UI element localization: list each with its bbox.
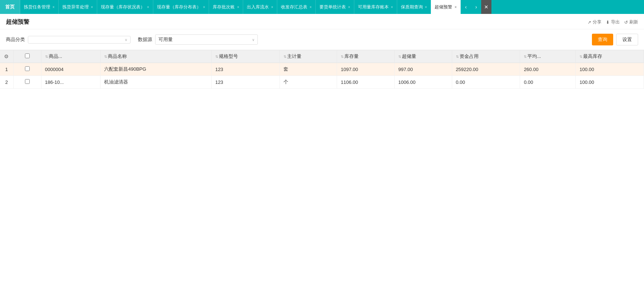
datasource-label: 数据源	[138, 36, 152, 43]
tab-close-icon[interactable]: ×	[147, 5, 149, 9]
tab-出入库流水[interactable]: 出入库流水 ×	[243, 0, 277, 14]
tab-close-icon[interactable]: ×	[310, 5, 312, 9]
filter-area: 商品分类 ∨ 数据源 可用量 ∨ 查询 设置	[0, 29, 644, 50]
gear-icon[interactable]: ⚙	[4, 53, 9, 59]
sort-icon: ⇅	[283, 55, 286, 59]
filter-category: 商品分类 ∨	[6, 36, 131, 44]
col-gear: ⚙	[0, 50, 13, 63]
tab-close-icon[interactable]: ×	[391, 5, 393, 9]
share-button[interactable]: ↗ 分享	[588, 19, 601, 25]
cell-capital: 259220.00	[452, 63, 520, 76]
nav-close-all-button[interactable]: ✕	[481, 0, 491, 14]
row-checkbox-cell	[13, 76, 41, 89]
sort-icon: ⇅	[456, 55, 459, 59]
topbar: 首页 拣货任务管理 × 拣货异常处理 × 现存量（库存状况表） × 现存量（库存…	[0, 0, 644, 14]
nav-next-button[interactable]: ›	[471, 0, 481, 14]
cell-goods-name: 机油滤清器	[100, 76, 211, 89]
share-label: 分享	[593, 19, 601, 25]
row-checkbox-cell	[13, 63, 41, 76]
tab-close-icon[interactable]: ×	[425, 5, 427, 9]
col-checkbox-header	[13, 50, 41, 63]
category-chevron-icon: ∨	[125, 38, 127, 42]
tab-close-icon[interactable]: ×	[348, 5, 350, 9]
home-label: 首页	[5, 4, 15, 10]
tab-close-icon[interactable]: ×	[52, 5, 55, 9]
col-avg-header[interactable]: ⇅平均...	[520, 50, 576, 63]
tab-保质期查询[interactable]: 保质期查询 ×	[397, 0, 431, 14]
cell-maxstock: 100.00	[576, 63, 644, 76]
tab-现存量库存分布表[interactable]: 现存量（库存分布表） ×	[153, 0, 209, 14]
tab-close-icon[interactable]: ×	[237, 5, 239, 9]
export-label: 导出	[611, 19, 620, 25]
category-label: 商品分类	[6, 36, 25, 43]
datasource-chevron-icon: ∨	[252, 38, 255, 42]
home-tab[interactable]: 首页	[0, 0, 20, 14]
category-select[interactable]: ∨	[28, 36, 131, 44]
tab-拣货任务管理[interactable]: 拣货任务管理 ×	[20, 0, 59, 14]
col-capital-header[interactable]: ⇅资金占用	[452, 50, 520, 63]
page-title: 超储预警	[6, 18, 29, 26]
tab-库存批次账[interactable]: 库存批次账 ×	[209, 0, 243, 14]
tab-close-icon[interactable]: ×	[203, 5, 205, 9]
cell-stock: 1097.00	[337, 63, 395, 76]
cell-overstock: 1006.00	[394, 76, 452, 89]
tab-收发存汇总表[interactable]: 收发存汇总表 ×	[277, 0, 316, 14]
row-checkbox[interactable]	[25, 66, 30, 71]
sort-icon: ⇅	[341, 55, 344, 59]
tab-label: 出入库流水	[247, 4, 269, 10]
cell-maxstock: 100.00	[576, 76, 644, 89]
tab-close-icon[interactable]: ×	[454, 5, 457, 9]
table-row: 2 186-10... 机油滤清器 123 个 1106.00 1006.00 …	[0, 76, 644, 89]
tab-close-icon[interactable]: ×	[271, 5, 273, 9]
page-container: 超储预警 ↗ 分享 ⬇ 导出 ↺ 刷新 商品分类 ∨ 数据源	[0, 14, 644, 293]
col-unit-header[interactable]: ⇅主计量	[279, 50, 337, 63]
col-goods-code-header[interactable]: ⇅商品...	[41, 50, 100, 63]
tab-现存量库存状况表[interactable]: 现存量（库存状况表） ×	[97, 0, 153, 14]
sort-icon: ⇅	[104, 55, 107, 59]
data-table: ⚙ ⇅商品... ⇅商品名称 ⇅规格型号 ⇅主计量	[0, 50, 644, 89]
tab-label: 超储预警	[435, 4, 452, 10]
nav-prev-button[interactable]: ‹	[461, 0, 471, 14]
query-button[interactable]: 查询	[592, 34, 613, 45]
filter-datasource: 数据源 可用量 ∨	[138, 34, 258, 45]
settings-button[interactable]: 设置	[616, 34, 638, 45]
cell-spec: 123	[211, 76, 279, 89]
refresh-icon: ↺	[624, 20, 628, 25]
col-spec-header[interactable]: ⇅规格型号	[211, 50, 279, 63]
tab-label: 收发存汇总表	[281, 4, 307, 10]
row-number: 1	[0, 63, 13, 76]
tab-label: 拣货异常处理	[62, 4, 89, 10]
refresh-label: 刷新	[629, 19, 638, 25]
export-icon: ⬇	[606, 20, 610, 25]
export-button[interactable]: ⬇ 导出	[606, 19, 620, 25]
tab-超储预警[interactable]: 超储预警 ×	[431, 0, 461, 14]
row-number: 2	[0, 76, 13, 89]
sort-icon: ⇅	[398, 55, 401, 59]
page-actions: ↗ 分享 ⬇ 导出 ↺ 刷新	[588, 19, 638, 25]
tab-label: 要货单统计表	[319, 4, 346, 10]
tab-label: 库存批次账	[213, 4, 235, 10]
cell-capital: 0.00	[452, 76, 520, 89]
tab-close-icon[interactable]: ×	[91, 5, 93, 9]
tab-拣货异常处理[interactable]: 拣货异常处理 ×	[59, 0, 97, 14]
tab-可用量库存账本[interactable]: 可用量库存账本 ×	[354, 0, 397, 14]
col-maxstock-header[interactable]: ⇅最高库存	[576, 50, 644, 63]
tab-label: 保质期查询	[401, 4, 423, 10]
cell-avg: 260.00	[520, 63, 576, 76]
refresh-button[interactable]: ↺ 刷新	[624, 19, 638, 25]
tab-label: 拣货任务管理	[24, 4, 50, 10]
col-stock-header[interactable]: ⇅库存量	[337, 50, 395, 63]
cell-avg: 0.00	[520, 76, 576, 89]
cell-spec: 123	[211, 63, 279, 76]
select-all-checkbox[interactable]	[25, 53, 30, 58]
cell-goods-code: 186-10...	[41, 76, 100, 89]
sort-icon: ⇅	[524, 55, 527, 59]
cell-goods-name: 六配套新昌490BPG	[100, 63, 211, 76]
col-overstock-header[interactable]: ⇅超储量	[394, 50, 452, 63]
cell-unit: 套	[279, 63, 337, 76]
col-goods-name-header[interactable]: ⇅商品名称	[100, 50, 211, 63]
tab-要货单统计表[interactable]: 要货单统计表 ×	[316, 0, 354, 14]
row-checkbox[interactable]	[25, 79, 30, 84]
table-header-row: ⚙ ⇅商品... ⇅商品名称 ⇅规格型号 ⇅主计量	[0, 50, 644, 63]
datasource-select[interactable]: 可用量 ∨	[155, 34, 258, 45]
